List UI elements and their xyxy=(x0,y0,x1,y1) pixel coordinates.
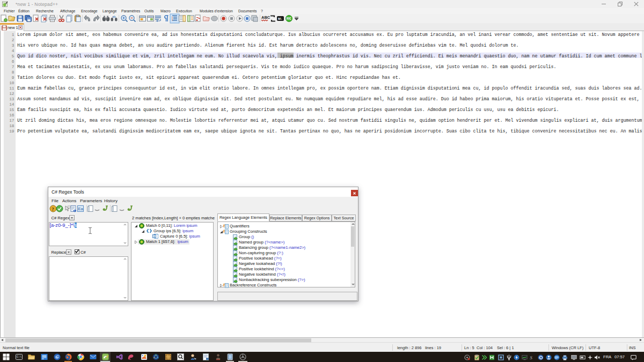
svg-text:R€: R€ xyxy=(286,17,291,20)
svg-text:C:\: C:\ xyxy=(17,356,21,359)
svg-text:Ea: Ea xyxy=(78,206,84,211)
svg-text:?: ? xyxy=(52,206,55,212)
svg-text:S: S xyxy=(530,355,532,360)
svg-text:ab: ab xyxy=(112,14,116,18)
svg-text:M↓: M↓ xyxy=(278,17,282,20)
